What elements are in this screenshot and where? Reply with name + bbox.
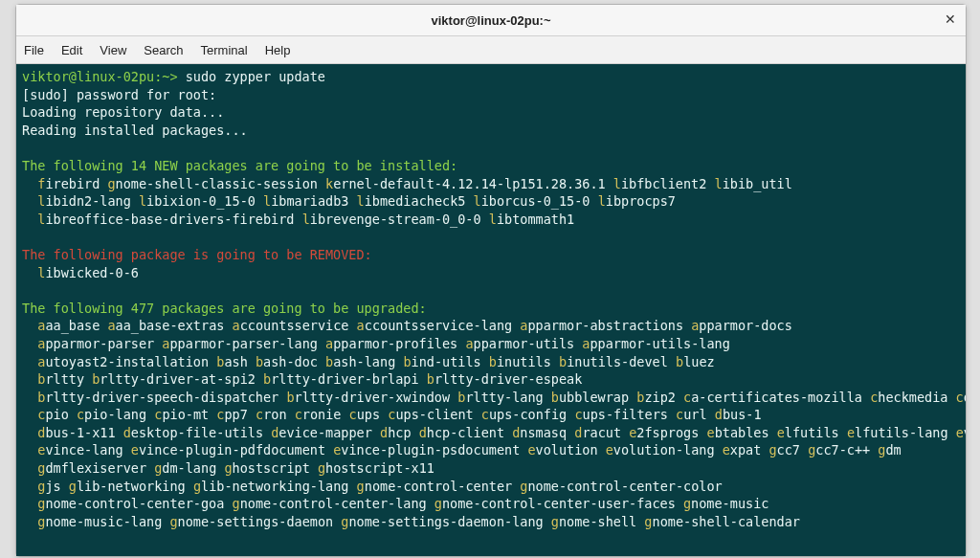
menu-help[interactable]: Help	[265, 43, 291, 57]
menubar: File Edit View Search Terminal Help	[16, 36, 966, 64]
terminal-window: viktor@linux-02pu:~ ✕ File Edit View Sea…	[15, 4, 967, 557]
close-icon[interactable]: ✕	[941, 11, 960, 30]
menu-file[interactable]: File	[24, 43, 44, 57]
window-title: viktor@linux-02pu:~	[431, 13, 550, 28]
menu-edit[interactable]: Edit	[61, 43, 82, 57]
terminal-output[interactable]: viktor@linux-02pu:~> sudo zypper update …	[16, 64, 966, 556]
titlebar: viktor@linux-02pu:~ ✕	[16, 5, 966, 36]
menu-search[interactable]: Search	[144, 43, 183, 57]
menu-view[interactable]: View	[100, 43, 126, 57]
menu-terminal[interactable]: Terminal	[201, 43, 248, 57]
